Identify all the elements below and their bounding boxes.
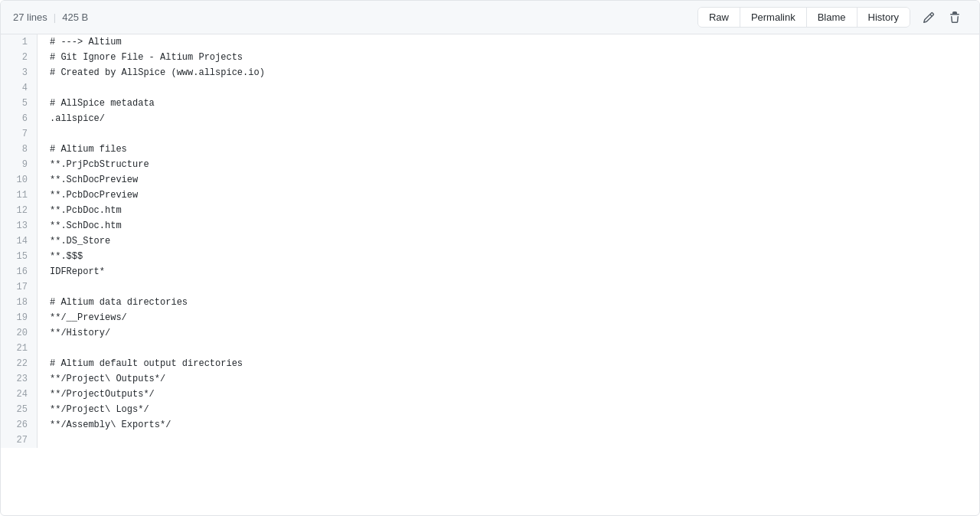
code-line bbox=[50, 80, 967, 96]
code-line: **.$$$ bbox=[50, 249, 967, 264]
meta-separator: | bbox=[54, 11, 56, 23]
line-number: 24 bbox=[13, 387, 28, 402]
action-buttons: Raw Permalink Blame History bbox=[697, 7, 910, 28]
code-line: .allspice/ bbox=[50, 111, 967, 126]
code-line: **.PrjPcbStructure bbox=[50, 157, 967, 172]
line-numbers: 1234567891011121314151617181920212223242… bbox=[1, 34, 38, 448]
code-line: # Git Ignore File - Altium Projects bbox=[50, 50, 967, 65]
line-number: 10 bbox=[13, 172, 28, 188]
line-number: 6 bbox=[13, 111, 28, 126]
line-number: 3 bbox=[13, 65, 28, 80]
line-number: 12 bbox=[13, 203, 28, 218]
line-number: 8 bbox=[13, 142, 28, 157]
code-line: **/Assembly\ Exports*/ bbox=[50, 417, 967, 433]
line-count: 27 lines bbox=[13, 11, 47, 23]
file-header: 27 lines | 425 B Raw Permalink Blame His… bbox=[1, 1, 979, 34]
code-line: # Created by AllSpice (www.allspice.io) bbox=[50, 65, 967, 80]
code-line: **/Project\ Logs*/ bbox=[50, 402, 967, 417]
code-line: **.PcbDocPreview bbox=[50, 188, 967, 203]
code-line: **.PcbDoc.htm bbox=[50, 203, 967, 218]
code-line: # Altium files bbox=[50, 142, 967, 157]
code-line: **/History/ bbox=[50, 325, 967, 341]
code-line: IDFReport* bbox=[50, 264, 967, 279]
icon-buttons bbox=[916, 8, 967, 28]
line-number: 13 bbox=[13, 218, 28, 234]
code-line bbox=[50, 433, 967, 448]
code-line: **/__Previews/ bbox=[50, 310, 967, 325]
file-meta: 27 lines | 425 B bbox=[13, 11, 88, 23]
raw-button[interactable]: Raw bbox=[698, 8, 740, 27]
file-size: 425 B bbox=[62, 11, 88, 23]
line-number: 26 bbox=[13, 417, 28, 433]
code-line: **/ProjectOutputs*/ bbox=[50, 387, 967, 402]
code-line: # Altium data directories bbox=[50, 295, 967, 310]
code-view: 1234567891011121314151617181920212223242… bbox=[1, 34, 979, 448]
line-number: 14 bbox=[13, 234, 28, 249]
file-viewer: 27 lines | 425 B Raw Permalink Blame His… bbox=[0, 0, 980, 516]
code-line bbox=[50, 126, 967, 142]
line-number: 21 bbox=[13, 341, 28, 356]
line-number: 20 bbox=[13, 325, 28, 341]
code-line: **.SchDoc.htm bbox=[50, 218, 967, 234]
code-line: **.DS_Store bbox=[50, 234, 967, 249]
line-number: 19 bbox=[13, 310, 28, 325]
code-line: **.SchDocPreview bbox=[50, 172, 967, 188]
line-number: 9 bbox=[13, 157, 28, 172]
code-line: # Altium default output directories bbox=[50, 356, 967, 371]
code-line: **/Project\ Outputs*/ bbox=[50, 371, 967, 387]
line-number: 25 bbox=[13, 402, 28, 417]
line-number: 18 bbox=[13, 295, 28, 310]
line-number: 23 bbox=[13, 371, 28, 387]
code-line bbox=[50, 341, 967, 356]
blame-button[interactable]: Blame bbox=[807, 8, 858, 27]
line-number: 4 bbox=[13, 80, 28, 96]
code-content: # ---> Altium# Git Ignore File - Altium … bbox=[38, 34, 979, 448]
line-number: 22 bbox=[13, 356, 28, 371]
history-button[interactable]: History bbox=[858, 8, 910, 27]
permalink-button[interactable]: Permalink bbox=[740, 8, 807, 27]
edit-button[interactable] bbox=[916, 8, 941, 28]
line-number: 2 bbox=[13, 50, 28, 65]
line-number: 11 bbox=[13, 188, 28, 203]
line-number: 1 bbox=[13, 34, 28, 50]
line-number: 27 bbox=[13, 433, 28, 448]
pencil-icon bbox=[923, 11, 935, 24]
trash-icon bbox=[949, 11, 961, 24]
code-line: # ---> Altium bbox=[50, 34, 967, 50]
line-number: 7 bbox=[13, 126, 28, 142]
delete-button[interactable] bbox=[942, 8, 967, 28]
line-number: 15 bbox=[13, 249, 28, 264]
code-line bbox=[50, 279, 967, 295]
line-number: 16 bbox=[13, 264, 28, 279]
line-number: 5 bbox=[13, 96, 28, 111]
code-line: # AllSpice metadata bbox=[50, 96, 967, 111]
toolbar: Raw Permalink Blame History bbox=[697, 7, 967, 28]
line-number: 17 bbox=[13, 279, 28, 295]
